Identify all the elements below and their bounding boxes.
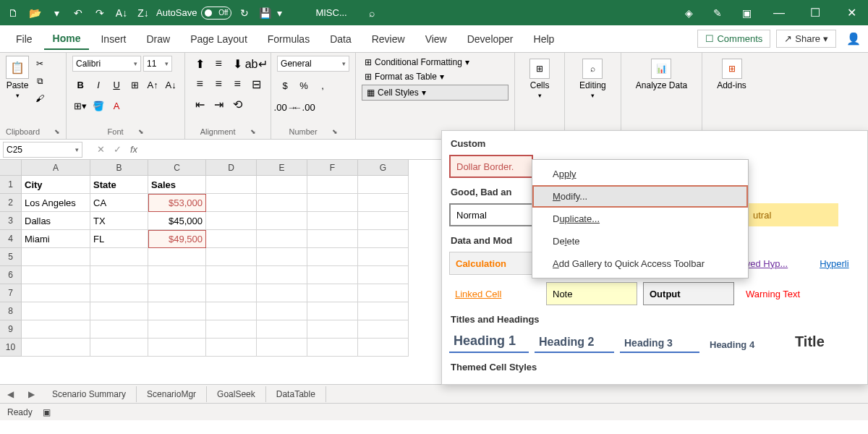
col-header[interactable]: A [22,160,90,176]
cell[interactable] [307,284,358,302]
dialog-launcher-icon[interactable]: ⬊ [250,128,256,135]
merge-icon[interactable]: ⊟ [247,76,265,92]
cell[interactable] [148,266,206,284]
cells-icon[interactable]: ⊞ [529,59,550,79]
cell[interactable] [206,248,257,266]
style-swatch-normal[interactable]: Normal [449,203,540,226]
underline-button[interactable]: U [109,77,124,93]
decrease-decimal-icon[interactable]: ←.00 [296,99,312,115]
cell[interactable] [257,212,307,230]
editing-icon[interactable]: ⌕ [582,59,603,79]
col-header[interactable]: B [90,160,148,176]
col-header[interactable]: C [148,160,206,176]
editing-label[interactable]: Editing [579,80,606,90]
row-header[interactable]: 5 [0,248,22,266]
cell[interactable]: TX [90,212,148,230]
cancel-formula-icon[interactable]: ✕ [97,144,105,155]
cell[interactable] [358,212,409,230]
dialog-launcher-icon[interactable]: ⬊ [54,128,60,135]
share-button[interactable]: ↗ Share ▾ [776,30,836,48]
cell[interactable]: Miami [22,230,90,248]
cell[interactable] [358,194,409,212]
style-swatch-neutral[interactable]: utral [747,203,838,226]
style-swatch-heading1[interactable]: Heading 1 [449,331,529,353]
currency-icon[interactable]: $ [277,77,293,93]
sheet-tab[interactable]: DataTable [266,386,326,402]
percent-icon[interactable]: % [296,77,312,93]
cell[interactable] [22,284,90,302]
conditional-formatting-button[interactable]: ⊞ Conditional Formatting ▾ [362,56,509,69]
close-button[interactable]: ✕ [841,6,862,20]
cell[interactable]: Dallas [22,212,90,230]
cell[interactable] [257,248,307,266]
cell[interactable] [148,248,206,266]
row-header[interactable]: 7 [0,284,22,302]
context-duplicate[interactable]: Duplicate... [532,208,748,230]
style-swatch-hyperlink[interactable]: Hyperli [820,252,860,275]
cell[interactable]: $49,500 [148,230,206,248]
cell[interactable] [358,248,409,266]
undo-icon[interactable]: ↶ [71,6,85,20]
cell[interactable]: Sales [148,176,206,194]
cell[interactable] [257,339,307,357]
row-header[interactable]: 8 [0,302,22,320]
cell[interactable] [307,248,358,266]
toggle-switch[interactable]: Off [201,7,231,20]
cell-styles-button[interactable]: ▦ Cell Styles ▾ [362,85,509,101]
style-swatch-linked-cell[interactable]: Linked Cell [449,282,540,305]
cell[interactable] [257,230,307,248]
align-center-icon[interactable]: ≡ [210,76,227,92]
cell[interactable] [358,176,409,194]
style-swatch-warning[interactable]: Warning Text [740,282,831,305]
tab-formulas[interactable]: Formulas [259,29,318,49]
font-name-combo[interactable]: Calibri [72,56,141,72]
cell[interactable]: State [90,176,148,194]
col-header[interactable]: G [358,160,409,176]
cell[interactable] [307,212,358,230]
align-top-icon[interactable]: ⬆ [191,56,208,72]
style-swatch-note[interactable]: Note [546,282,637,305]
bold-button[interactable]: B [72,77,88,93]
tab-developer[interactable]: Developer [459,29,522,49]
cell[interactable] [307,339,358,357]
cell[interactable]: Los Angeles [22,194,90,212]
style-swatch-title[interactable]: Title [791,331,834,353]
search-icon[interactable]: ⌕ [369,7,375,19]
select-all-corner[interactable] [0,160,22,176]
tab-file[interactable]: File [7,29,41,49]
dialog-launcher-icon[interactable]: ⬊ [332,128,338,135]
cell[interactable] [206,194,257,212]
style-swatch-heading2[interactable]: Heading 2 [535,333,614,353]
cell[interactable] [22,302,90,320]
account-icon[interactable]: 👤 [846,32,861,46]
cell[interactable] [358,230,409,248]
diamond-icon[interactable]: ◈ [681,6,696,20]
sheet-nav-prev-icon[interactable]: ◀ [0,389,21,399]
tab-data[interactable]: Data [321,29,360,49]
style-swatch-output[interactable]: Output [643,282,734,305]
row-header[interactable]: 9 [0,320,22,339]
increase-indent-icon[interactable]: ⇥ [210,96,227,112]
cell[interactable] [148,284,206,302]
maximize-button[interactable]: ☐ [804,6,826,20]
open-file-icon[interactable]: 📂 [27,6,42,20]
cell[interactable]: $45,000 [148,212,206,230]
align-left-icon[interactable]: ≡ [191,76,208,92]
cell[interactable] [358,266,409,284]
dialog-launcher-icon[interactable]: ⬊ [138,128,144,135]
style-swatch-heading4[interactable]: Heading 4 [705,336,785,353]
cell[interactable] [257,284,307,302]
cell[interactable] [148,320,206,339]
analyze-icon[interactable]: 📊 [651,59,671,79]
cell[interactable]: City [22,176,90,194]
cell[interactable]: FL [90,230,148,248]
italic-button[interactable]: I [90,77,106,93]
chevron-down-icon[interactable]: ▾ [49,6,64,20]
cell[interactable] [257,320,307,339]
context-delete[interactable]: Delete [532,230,748,252]
font-size-combo[interactable]: 11 [143,56,172,72]
tab-page-layout[interactable]: Page Layout [182,29,256,49]
sheet-tab[interactable]: Scenario Summary [42,386,137,402]
redo-icon[interactable]: ↷ [93,6,107,20]
border-dropdown[interactable]: ⊞▾ [72,98,88,114]
